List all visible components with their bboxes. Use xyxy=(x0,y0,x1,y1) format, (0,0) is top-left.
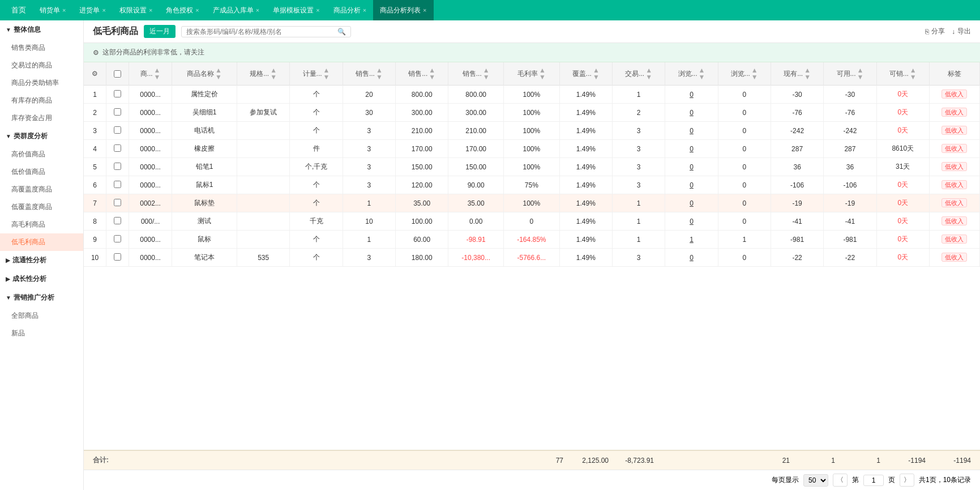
col-code[interactable]: 商...▲▼ xyxy=(129,62,172,86)
row-browse1[interactable]: 0 xyxy=(665,212,718,231)
row-browse1[interactable]: 0 xyxy=(665,140,718,158)
nav-sales[interactable]: 销货单× xyxy=(33,0,72,20)
page-input[interactable] xyxy=(863,475,884,486)
col-checkbox[interactable] xyxy=(106,62,129,86)
prev-page-button[interactable]: 〈 xyxy=(833,474,848,487)
row-current: 36 xyxy=(771,158,823,176)
row-select-checkbox[interactable] xyxy=(114,235,121,242)
row-browse1[interactable]: 0 xyxy=(665,158,718,176)
row-browse1[interactable]: 0 xyxy=(665,249,718,267)
sidebar-item-stock-goods[interactable]: 有库存的商品 xyxy=(0,92,83,109)
nav-permission[interactable]: 权限设置× xyxy=(113,0,159,20)
table-row[interactable]: 9 0000... 鼠标 个 1 60.00 -98.91 -164.85% 1… xyxy=(84,231,980,249)
row-select-checkbox[interactable] xyxy=(114,108,121,116)
table-row[interactable]: 10 0000... 笔记本 535 个 3 180.00 -10,380...… xyxy=(84,249,980,267)
row-checkbox[interactable] xyxy=(106,194,129,212)
sidebar-item-high-coverage[interactable]: 高覆盖度商品 xyxy=(0,181,83,198)
search-input[interactable] xyxy=(186,28,335,36)
table-row[interactable]: 4 0000... 橡皮擦 件 3 170.00 170.00 100% 1.4… xyxy=(84,140,980,158)
row-checkbox[interactable] xyxy=(106,86,129,104)
sidebar-group-growth[interactable]: ▶ 成长性分析 xyxy=(0,270,83,288)
row-spec xyxy=(237,140,289,158)
sidebar-item-sales-goods[interactable]: 销售类商品 xyxy=(0,39,83,57)
table-row[interactable]: 6 0000... 鼠标1 个 3 120.00 90.00 75% 1.49%… xyxy=(84,176,980,194)
share-button[interactable]: ⎘ 分享 xyxy=(925,27,945,36)
row-sale-amount: 35.00 xyxy=(448,194,504,212)
col-available[interactable]: 可用...▲▼ xyxy=(824,62,876,86)
table-row[interactable]: 7 0002... 鼠标垫 个 1 35.00 35.00 100% 1.49%… xyxy=(84,194,980,212)
table-row[interactable]: 5 0000... 铅笔1 个,千克 3 150.00 150.00 100% … xyxy=(84,158,980,176)
nav-home[interactable]: 首页 xyxy=(5,0,33,20)
row-select-checkbox[interactable] xyxy=(114,181,121,188)
sidebar-item-high-value[interactable]: 高价值商品 xyxy=(0,146,83,163)
date-filter-button[interactable]: 近一月 xyxy=(144,25,176,38)
col-saleable[interactable]: 可销...▲▼ xyxy=(876,62,929,86)
row-sale-price: 120.00 xyxy=(396,176,448,194)
col-settings[interactable]: ⚙ xyxy=(84,62,106,86)
table-row[interactable]: 2 0000... 吴细细1 参加复试 个 30 300.00 300.00 1… xyxy=(84,104,980,122)
row-select-checkbox[interactable] xyxy=(114,90,121,97)
sidebar-item-new-goods[interactable]: 新品 xyxy=(0,325,83,342)
row-select-checkbox[interactable] xyxy=(114,126,121,134)
nav-role[interactable]: 角色授权× xyxy=(159,0,206,20)
sidebar-group-overview[interactable]: ▼ 整体信息 xyxy=(0,20,83,39)
col-margin[interactable]: 毛利率▲▼ xyxy=(504,62,560,86)
col-coverage[interactable]: 覆盖...▲▼ xyxy=(559,62,612,86)
row-select-checkbox[interactable] xyxy=(114,163,121,170)
row-browse1[interactable]: 0 xyxy=(665,104,718,122)
row-select-checkbox[interactable] xyxy=(114,199,121,206)
sidebar-item-low-coverage[interactable]: 低覆盖度商品 xyxy=(0,198,83,216)
sidebar-item-low-value[interactable]: 低价值商品 xyxy=(0,163,83,181)
row-checkbox[interactable] xyxy=(106,212,129,231)
nav-product-analysis[interactable]: 商品分析× xyxy=(327,0,373,20)
sidebar-item-low-margin[interactable]: 低毛利商品 xyxy=(0,233,83,251)
col-tag[interactable]: 标签 xyxy=(929,62,979,86)
row-select-checkbox[interactable] xyxy=(114,217,121,224)
sidebar-item-all-goods[interactable]: 全部商品 xyxy=(0,307,83,325)
row-checkbox[interactable] xyxy=(106,176,129,194)
row-saleable: 0天 xyxy=(876,194,929,212)
select-all-checkbox[interactable] xyxy=(114,70,121,78)
row-browse1[interactable]: 1 xyxy=(665,231,718,249)
row-browse1[interactable]: 0 xyxy=(665,86,718,104)
sidebar-item-category-rate[interactable]: 商品分类助销率 xyxy=(0,74,83,92)
nav-product-entry[interactable]: 产成品入库单× xyxy=(206,0,266,20)
row-checkbox[interactable] xyxy=(106,122,129,140)
table-row[interactable]: 1 0000... 属性定价 个 20 800.00 800.00 100% 1… xyxy=(84,86,980,104)
col-browse2[interactable]: 浏览...▲▼ xyxy=(718,62,771,86)
sidebar-item-high-margin[interactable]: 高毛利商品 xyxy=(0,216,83,233)
sidebar-group-liquidity[interactable]: ▶ 流通性分析 xyxy=(0,251,83,270)
col-spec[interactable]: 规格...▲▼ xyxy=(237,62,289,86)
row-browse1[interactable]: 0 xyxy=(665,194,718,212)
row-checkbox[interactable] xyxy=(106,140,129,158)
col-sale-price[interactable]: 销售...▲▼ xyxy=(396,62,448,86)
row-select-checkbox[interactable] xyxy=(114,253,121,261)
col-trade[interactable]: 交易...▲▼ xyxy=(612,62,665,86)
next-page-button[interactable]: 〉 xyxy=(900,474,914,487)
row-checkbox[interactable] xyxy=(106,249,129,267)
row-browse1[interactable]: 0 xyxy=(665,122,718,140)
row-checkbox[interactable] xyxy=(106,158,129,176)
col-sale-amount[interactable]: 销售...▲▼ xyxy=(448,62,504,86)
col-name[interactable]: 商品名称▲▼ xyxy=(172,62,237,86)
sidebar-group-cluster[interactable]: ▼ 类群度分析 xyxy=(0,127,83,146)
col-browse1[interactable]: 浏览...▲▼ xyxy=(665,62,718,86)
export-button[interactable]: ↓ 导出 xyxy=(952,27,971,36)
sidebar-item-traded-goods[interactable]: 交易过的商品 xyxy=(0,57,83,74)
table-row[interactable]: 8 000/... 测试 千克 10 100.00 0.00 0 1.49% 1… xyxy=(84,212,980,231)
nav-template[interactable]: 单据模板设置× xyxy=(266,0,326,20)
col-current[interactable]: 现有...▲▼ xyxy=(771,62,823,86)
table-row[interactable]: 3 0000... 电话机 个 3 210.00 210.00 100% 1.4… xyxy=(84,122,980,140)
row-code: 0000... xyxy=(129,86,172,104)
col-sale-count[interactable]: 销售...▲▼ xyxy=(343,62,395,86)
sidebar-item-stock-capital[interactable]: 库存资金占用 xyxy=(0,109,83,127)
per-page-select[interactable]: 50 xyxy=(803,474,828,487)
col-unit[interactable]: 计量...▲▼ xyxy=(290,62,343,86)
row-select-checkbox[interactable] xyxy=(114,144,121,152)
row-checkbox[interactable] xyxy=(106,104,129,122)
row-checkbox[interactable] xyxy=(106,231,129,249)
row-browse1[interactable]: 0 xyxy=(665,176,718,194)
nav-purchase[interactable]: 进货单× xyxy=(72,0,112,20)
sidebar-group-marketing[interactable]: ▼ 营销推广分析 xyxy=(0,288,83,307)
nav-product-analysis-list[interactable]: 商品分析列表× xyxy=(373,0,433,20)
